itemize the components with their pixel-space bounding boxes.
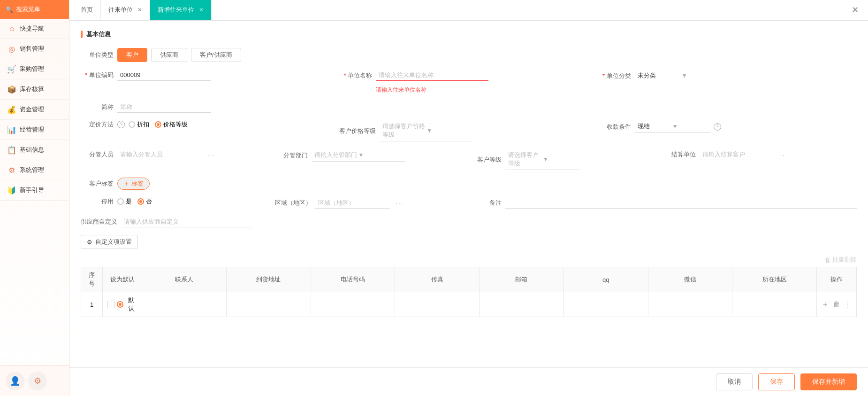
customer-price-level-select[interactable]: 请选择客户价格等级 ▼ — [380, 120, 473, 141]
payment-terms-help-icon[interactable]: ? — [714, 123, 721, 131]
batch-delete-bar: 🗑 批量删除 — [81, 256, 857, 264]
section-header-basic-info: 基本信息 — [81, 30, 857, 39]
sidebar-item-system[interactable]: ⚙ 系统管理 — [0, 160, 69, 180]
supplier-custom-group: 供应商自定义 — [81, 216, 857, 227]
unit-type-customer-btn[interactable]: 客户 — [117, 48, 147, 62]
section-title: 基本信息 — [86, 30, 111, 39]
save-and-new-button[interactable]: 保存并新增 — [800, 373, 857, 390]
region-more-btn[interactable]: ··· — [394, 200, 406, 207]
unit-type-supplier-btn[interactable]: 供应商 — [151, 48, 187, 62]
cancel-button[interactable]: 取消 — [716, 373, 753, 390]
payment-terms-select[interactable]: 现结 ▼ — [635, 120, 710, 133]
row-email[interactable] — [480, 292, 564, 317]
disabled-group: 停用 是 否 — [81, 197, 275, 206]
sidebar-settings-btn[interactable]: ⚙ — [28, 372, 47, 390]
pricing-price-level-outer — [155, 121, 161, 128]
sidebar-item-quick-nav[interactable]: ⌂ 快捷导航 — [0, 19, 69, 39]
tab-new-counterparty[interactable]: 新增往来单位 ✕ — [150, 0, 212, 20]
tags-label: 客户标签 — [81, 179, 114, 188]
disabled-no-radio[interactable]: 否 — [137, 197, 152, 206]
pricing-discount-radio[interactable]: 折扣 — [129, 120, 149, 129]
manager-input[interactable] — [117, 149, 202, 160]
search-icon: 🔍 — [6, 6, 13, 13]
pricing-price-level-radio[interactable]: 价格等级 — [155, 120, 188, 129]
unit-category-value: 未分类 — [638, 71, 682, 80]
sidebar-item-label: 采购管理 — [20, 65, 44, 73]
sidebar-search-label: 搜索菜单 — [16, 5, 40, 14]
customer-level-arrow: ▼ — [543, 156, 578, 163]
pricing-price-level-inner — [157, 123, 160, 126]
add-tag-icon: ＋ — [123, 179, 129, 188]
row-phone[interactable] — [311, 292, 395, 317]
tab-bar-close-all[interactable]: ✕ — [846, 5, 864, 15]
settlement-more-btn[interactable]: ··· — [778, 151, 790, 158]
customer-level-group: 客户等级 请选择客户等级 ▼ — [469, 149, 663, 170]
form-footer: 取消 保存 保存并新增 — [69, 367, 868, 396]
settlement-unit-group: 结算单位 ··· — [663, 149, 857, 160]
tab-home[interactable]: 首页 — [73, 0, 101, 20]
tab-counterparty[interactable]: 往来单位 ✕ — [101, 0, 150, 20]
payment-terms-label: 收款条件 — [598, 123, 631, 131]
sidebar-item-operations[interactable]: 📊 经营管理 — [0, 120, 69, 140]
pricing-radio-group: 折扣 价格等级 — [129, 120, 188, 129]
pricing-price-level-label: 价格等级 — [163, 120, 188, 129]
row-add-icon[interactable]: ＋ — [822, 300, 829, 310]
row-wechat[interactable] — [648, 292, 732, 317]
department-placeholder: 请输入分管部门 — [314, 151, 358, 159]
manager-more-btn[interactable]: ··· — [206, 151, 217, 158]
pricing-discount-outer — [129, 121, 135, 128]
purchase-icon: 🛒 — [8, 65, 16, 73]
sidebar-item-sales[interactable]: ◎ 销售管理 — [0, 39, 69, 59]
supplier-custom-input[interactable] — [121, 216, 252, 227]
tab-bar: 首页 往来单位 ✕ 新增往来单位 ✕ ✕ — [69, 0, 868, 21]
save-button[interactable]: 保存 — [758, 373, 795, 390]
row-region[interactable] — [732, 292, 817, 317]
unit-type-both-btn[interactable]: 客户/供应商 — [191, 48, 241, 62]
unit-name-label: 单位名称 — [339, 71, 372, 80]
unit-category-label: 单位分类 — [598, 72, 631, 80]
payment-terms-arrow: ▼ — [672, 123, 707, 130]
tab-new-counterparty-close[interactable]: ✕ — [199, 7, 204, 13]
row-address[interactable] — [227, 292, 311, 317]
unit-code-input[interactable] — [117, 70, 211, 81]
customer-level-select[interactable]: 请选择客户等级 ▼ — [505, 149, 580, 170]
pricing-help-icon[interactable]: ? — [117, 121, 125, 128]
pricing-method-label: 定价方法 — [81, 120, 114, 129]
sidebar-user-btn[interactable]: 👤 — [6, 372, 24, 390]
batch-delete-label[interactable]: 批量删除 — [832, 256, 857, 264]
sidebar-item-label: 基础信息 — [20, 146, 44, 154]
custom-settings-btn[interactable]: ⚙ 自定义项设置 — [81, 235, 138, 249]
sidebar-item-label: 经营管理 — [20, 125, 44, 134]
tab-counterparty-close[interactable]: ✕ — [137, 7, 142, 13]
sidebar-item-label: 资金管理 — [20, 105, 44, 114]
unit-type-group: 单位类型 客户 供应商 客户/供应商 — [81, 48, 857, 62]
department-select[interactable]: 请输入分管部门 ▼ — [312, 149, 405, 162]
sidebar-search[interactable]: 🔍 搜索菜单 — [0, 0, 69, 19]
sidebar-item-guide[interactable]: 🔰 新手引导 — [0, 180, 69, 201]
col-contact: 联系人 — [142, 267, 227, 292]
settlement-unit-label: 结算单位 — [663, 150, 696, 159]
code-name-category-row: 单位编码 单位名称 请输入往来单位名称 单位分类 未分类 ▼ — [81, 70, 857, 94]
payment-terms-group: 收款条件 现结 ▼ ? — [598, 120, 857, 133]
region-input[interactable] — [315, 197, 390, 209]
row-checkbox[interactable] — [107, 301, 115, 308]
disabled-yes-radio[interactable]: 是 — [117, 197, 132, 206]
row-default-radio[interactable]: 默认 — [117, 296, 137, 313]
remarks-input[interactable] — [505, 197, 857, 209]
short-name-input[interactable] — [117, 101, 211, 113]
sidebar-item-finance[interactable]: 💰 资金管理 — [0, 100, 69, 120]
sidebar-item-inventory[interactable]: 📦 库存核算 — [0, 79, 69, 100]
manager-row: 分管人员 ··· 分管部门 请输入分管部门 ▼ 客户等级 请选择客户等级 ▼ 结… — [81, 149, 857, 170]
add-tag-btn[interactable]: ＋ 标签 — [117, 178, 150, 190]
settlement-unit-input[interactable] — [700, 149, 775, 160]
unit-category-select[interactable]: 未分类 ▼ — [635, 70, 729, 82]
unit-type-label: 单位类型 — [81, 51, 114, 59]
unit-name-input[interactable] — [376, 70, 488, 81]
row-contact[interactable] — [142, 292, 227, 317]
unit-name-group: 单位名称 请输入往来单位名称 — [339, 70, 598, 94]
row-fax[interactable] — [395, 292, 480, 317]
row-delete-icon[interactable]: 🗑 — [833, 300, 840, 309]
sidebar-item-purchase[interactable]: 🛒 采购管理 — [0, 59, 69, 79]
row-qq[interactable] — [563, 292, 648, 317]
sidebar-item-basic-info[interactable]: 📋 基础信息 — [0, 140, 69, 160]
